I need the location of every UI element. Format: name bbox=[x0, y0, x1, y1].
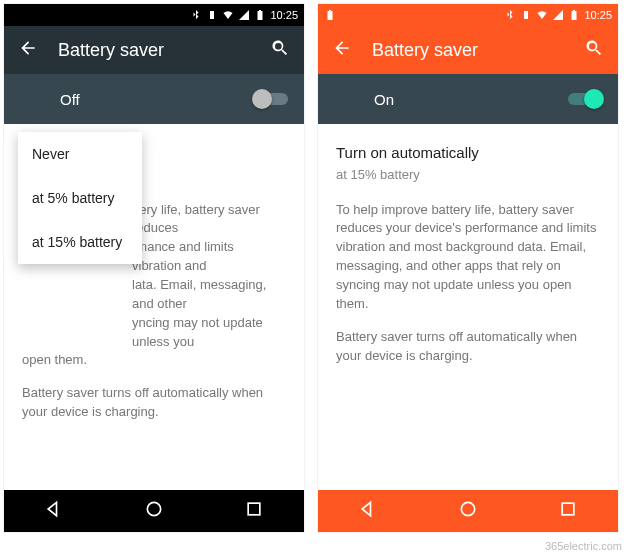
app-bar: Battery saver bbox=[4, 26, 304, 74]
status-bar: 10:25 bbox=[4, 4, 304, 26]
watermark-text: 365electric.com bbox=[545, 540, 622, 552]
battery-saver-icon bbox=[324, 9, 336, 21]
bluetooth-icon bbox=[190, 9, 202, 21]
status-bar: 10:25 bbox=[318, 4, 618, 26]
bluetooth-icon bbox=[504, 9, 516, 21]
battery-icon bbox=[254, 9, 266, 21]
clock-text: 10:25 bbox=[584, 9, 612, 21]
wifi-icon bbox=[536, 9, 548, 21]
toggle-row[interactable]: On bbox=[318, 74, 618, 124]
content-area: Turn on automatically at 15% battery To … bbox=[318, 124, 618, 365]
svg-point-0 bbox=[147, 502, 160, 515]
toggle-label: Off bbox=[60, 91, 254, 108]
nav-recent-icon[interactable] bbox=[558, 499, 578, 523]
toggle-label: On bbox=[374, 91, 568, 108]
toggle-row[interactable]: Off bbox=[4, 74, 304, 124]
auto-on-popup: Never at 5% battery at 15% battery bbox=[18, 132, 142, 264]
search-icon[interactable] bbox=[270, 38, 290, 62]
toggle-switch-on[interactable] bbox=[568, 90, 602, 108]
svg-point-2 bbox=[461, 502, 474, 515]
nav-back-icon[interactable] bbox=[44, 499, 64, 523]
page-title: Battery saver bbox=[58, 40, 250, 61]
auto-on-heading[interactable]: Turn on automatically bbox=[336, 142, 600, 164]
nav-bar bbox=[318, 490, 618, 532]
nav-bar bbox=[4, 490, 304, 532]
battery-icon bbox=[568, 9, 580, 21]
wifi-icon bbox=[222, 9, 234, 21]
toggle-switch-off[interactable] bbox=[254, 90, 288, 108]
app-bar: Battery saver bbox=[318, 26, 618, 74]
popup-option-15[interactable]: at 15% battery bbox=[18, 220, 142, 264]
nav-home-icon[interactable] bbox=[144, 499, 164, 523]
popup-option-5[interactable]: at 5% battery bbox=[18, 176, 142, 220]
nav-back-icon[interactable] bbox=[358, 499, 378, 523]
nav-home-icon[interactable] bbox=[458, 499, 478, 523]
body-paragraph-2: Battery saver turns off automatically wh… bbox=[22, 384, 286, 422]
back-icon[interactable] bbox=[332, 38, 352, 62]
signal-icon bbox=[552, 9, 564, 21]
popup-option-never[interactable]: Never bbox=[18, 132, 142, 176]
vibrate-icon bbox=[206, 9, 218, 21]
auto-on-sub: at 15% battery bbox=[336, 166, 600, 185]
clock-text: 10:25 bbox=[270, 9, 298, 21]
phone-right-on: 10:25 Battery saver On Turn on automatic… bbox=[318, 4, 618, 532]
body-paragraph-2: Battery saver turns off automatically wh… bbox=[336, 328, 600, 366]
back-icon[interactable] bbox=[18, 38, 38, 62]
signal-icon bbox=[238, 9, 250, 21]
svg-rect-3 bbox=[562, 503, 574, 515]
nav-recent-icon[interactable] bbox=[244, 499, 264, 523]
vibrate-icon bbox=[520, 9, 532, 21]
body-paragraph-1: To help improve battery life, battery sa… bbox=[336, 201, 600, 314]
page-title: Battery saver bbox=[372, 40, 564, 61]
search-icon[interactable] bbox=[584, 38, 604, 62]
phone-left-off: 10:25 Battery saver Off ically ttery lif… bbox=[4, 4, 304, 532]
svg-rect-1 bbox=[248, 503, 260, 515]
